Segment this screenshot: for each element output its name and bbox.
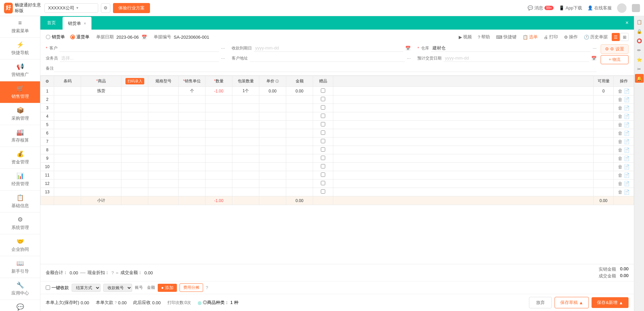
copy-icon-3[interactable]: 📄 — [624, 114, 630, 119]
cell-qty-8[interactable] — [205, 154, 232, 163]
cell-price-10[interactable] — [259, 171, 286, 180]
cell-product-4[interactable] — [81, 121, 121, 129]
cell-barcode-5[interactable] — [54, 129, 81, 138]
customer-more-btn[interactable]: ··· — [221, 45, 225, 51]
sidebar-item-enterprise[interactable]: 🤝 企业协同 — [0, 234, 40, 256]
cell-gift-9[interactable] — [313, 163, 333, 171]
copy-icon-0[interactable]: 📄 — [624, 88, 630, 94]
avatar[interactable] — [617, 3, 627, 13]
rf-btn-1[interactable]: 📋 — [635, 17, 644, 26]
rf-btn-7[interactable]: 🔔 — [635, 74, 644, 83]
rf-btn-3[interactable]: ⭕ — [635, 36, 644, 45]
cell-spec-8[interactable] — [148, 154, 179, 163]
cost-split-btn[interactable]: 费用分摊 — [180, 283, 203, 292]
rf-btn-6[interactable]: ✂ — [635, 65, 644, 73]
cell-pkgqty-12[interactable] — [232, 188, 259, 196]
cell-pkgqty-7[interactable] — [232, 146, 259, 154]
cell-pkgqty-10[interactable] — [232, 171, 259, 180]
tab-home[interactable]: 首页 — [40, 16, 63, 30]
radio-sale[interactable]: 销货单 — [46, 34, 65, 40]
copy-icon-5[interactable]: 📄 — [624, 130, 630, 136]
cell-gift-3[interactable] — [313, 112, 333, 121]
cell-amount-12[interactable] — [286, 188, 313, 196]
cell-product-7[interactable] — [81, 146, 121, 154]
cell-spec-12[interactable] — [148, 188, 179, 196]
payment-date-cal-icon[interactable]: 📅 — [405, 46, 411, 51]
delete-icon-1[interactable]: 🗑 — [618, 97, 622, 102]
cell-price-5[interactable] — [259, 129, 286, 138]
cell-unit-11[interactable] — [179, 180, 205, 188]
cell-spec-3[interactable] — [148, 112, 179, 121]
save-new-btn[interactable]: 保存&新增 ▲ — [592, 297, 629, 308]
cell-unit-1[interactable] — [179, 95, 205, 104]
cell-barcode-4[interactable] — [54, 121, 81, 129]
cell-unit-12[interactable] — [179, 188, 205, 196]
cell-spec-4[interactable] — [148, 121, 179, 129]
cell-gift-11[interactable] — [313, 180, 333, 188]
cell-pkgqty-6[interactable] — [232, 138, 259, 146]
company-selector[interactable]: XXXXXX公司 ▼ — [44, 3, 98, 13]
cell-notes-7[interactable] — [333, 146, 594, 154]
expected-date-cal-icon[interactable]: 📅 — [591, 56, 597, 61]
sidebar-item-purchase[interactable]: 📦 采购管理 — [0, 103, 40, 125]
th-settings[interactable]: ⚙ — [41, 76, 54, 87]
cell-pkgqty-0[interactable]: 1个 — [232, 87, 259, 95]
warehouse-more-btn[interactable]: ··· — [593, 45, 597, 51]
set-button[interactable]: ⚙ ⚙ 设置 — [601, 44, 629, 54]
list-view-btn[interactable]: ☰ — [612, 33, 620, 41]
copy-icon-4[interactable]: 📄 — [624, 122, 630, 127]
delete-icon-11[interactable]: 🗑 — [618, 181, 622, 186]
cell-notes-10[interactable] — [333, 171, 594, 180]
cell-barcode-8[interactable] — [54, 154, 81, 163]
copy-icon-8[interactable]: 📄 — [624, 156, 630, 161]
cell-product-2[interactable] — [81, 104, 121, 112]
cell-unit-10[interactable] — [179, 171, 205, 180]
print-btn[interactable]: 🖨 打印 — [542, 33, 560, 41]
cell-notes-9[interactable] — [333, 163, 594, 171]
cell-qty-0[interactable]: -1.00 — [205, 87, 232, 95]
cell-gift-2[interactable] — [313, 104, 333, 112]
account-select[interactable]: 收款账号 — [103, 284, 132, 292]
warehouse-input[interactable] — [431, 44, 591, 52]
cell-amount-2[interactable] — [286, 104, 313, 112]
cell-unit-0[interactable]: 个 — [179, 87, 205, 95]
cell-product-12[interactable] — [81, 188, 121, 196]
cell-amount-7[interactable] — [286, 146, 313, 154]
history-btn[interactable]: 🕐 历史单据 — [582, 33, 610, 41]
cell-amount-0[interactable]: 0.00 — [286, 87, 313, 95]
expected-date-input[interactable] — [444, 54, 589, 62]
cell-price-6[interactable] — [259, 138, 286, 146]
delete-icon-5[interactable]: 🗑 — [618, 130, 622, 136]
cell-gift-10[interactable] — [313, 171, 333, 180]
cell-pkgqty-4[interactable] — [232, 121, 259, 129]
cell-qty-7[interactable] — [205, 146, 232, 154]
cell-amount-5[interactable] — [286, 129, 313, 138]
delete-icon-4[interactable]: 🗑 — [618, 122, 622, 127]
operations-btn[interactable]: ⚙ 操作 — [562, 33, 580, 41]
cell-unit-4[interactable] — [179, 121, 205, 129]
cell-barcode-2[interactable] — [54, 104, 81, 112]
customer-input[interactable] — [60, 44, 219, 52]
cell-qty-2[interactable] — [205, 104, 232, 112]
cell-gift-5[interactable] — [313, 129, 333, 138]
cell-notes-3[interactable] — [333, 112, 594, 121]
app-download-btn[interactable]: 📱 App下载 — [559, 5, 582, 11]
cell-price-3[interactable] — [259, 112, 286, 121]
cell-barcode-9[interactable] — [54, 163, 81, 171]
cell-price-9[interactable] — [259, 163, 286, 171]
cell-unit-2[interactable] — [179, 104, 205, 112]
cell-unit-8[interactable] — [179, 154, 205, 163]
cell-price-8[interactable] — [259, 154, 286, 163]
cell-notes-8[interactable] — [333, 154, 594, 163]
sidebar-item-quicknav[interactable]: ⚡ 快捷导航 — [0, 38, 40, 60]
copy-icon-12[interactable]: 📄 — [624, 189, 630, 195]
cell-unit-7[interactable] — [179, 146, 205, 154]
cell-qty-9[interactable] — [205, 163, 232, 171]
cell-notes-2[interactable] — [333, 104, 594, 112]
cell-product-1[interactable] — [81, 95, 121, 104]
cell-spec-11[interactable] — [148, 180, 179, 188]
sidebar-item-apps[interactable]: 🔧 应用中心 — [0, 278, 40, 300]
delete-icon-0[interactable]: 🗑 — [618, 88, 622, 94]
cell-amount-6[interactable] — [286, 138, 313, 146]
cell-barcode-12[interactable] — [54, 188, 81, 196]
